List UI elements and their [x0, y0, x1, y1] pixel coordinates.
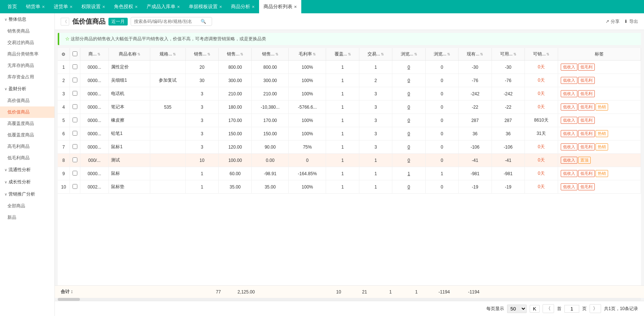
- row-select-checkbox[interactable]: [73, 144, 77, 149]
- th-coverage[interactable]: 覆盖... ⇅: [326, 48, 359, 61]
- row-select-checkbox[interactable]: [73, 104, 77, 109]
- sidebar-section-overall[interactable]: ∨ 整体信息: [0, 13, 54, 26]
- sidebar-section-marketing[interactable]: ∨ 营销推广分析: [0, 188, 54, 200]
- th-trade[interactable]: 交易... ⇅: [359, 48, 392, 61]
- close-icon[interactable]: ✕: [219, 5, 222, 9]
- sidebar-item-high-value[interactable]: 高价值商品: [0, 95, 54, 106]
- nav-home[interactable]: 首页: [3, 0, 21, 13]
- row-select-checkbox[interactable]: [73, 131, 77, 136]
- sidebar-item-all-goods[interactable]: 全部商品: [0, 200, 54, 212]
- row-checkbox[interactable]: [70, 127, 80, 140]
- nav-permissions[interactable]: 权限设置 ✕: [77, 0, 110, 13]
- page-input[interactable]: [564, 305, 579, 313]
- th-settings[interactable]: ⚙: [58, 48, 70, 61]
- view-link[interactable]: 0: [407, 131, 410, 136]
- nav-template[interactable]: 单据模板设置 ✕: [184, 0, 227, 13]
- sidebar-item-sales-goods[interactable]: 销售类商品: [0, 26, 54, 37]
- sidebar-item-high-margin[interactable]: 高毛利商品: [0, 141, 54, 152]
- row-checkbox[interactable]: [70, 114, 80, 127]
- row-col7[interactable]: 0: [392, 127, 425, 140]
- view-link[interactable]: 0: [407, 118, 410, 123]
- close-icon[interactable]: ✕: [42, 5, 45, 9]
- th-available-stock[interactable]: 可用... ⇅: [492, 48, 524, 61]
- share-button[interactable]: ↗ 分享: [606, 18, 620, 25]
- row-checkbox[interactable]: [70, 167, 80, 180]
- row-checkbox[interactable]: [70, 101, 80, 114]
- th-code[interactable]: 商... ⇅: [80, 48, 109, 61]
- row-select-checkbox[interactable]: [73, 184, 77, 189]
- th-view1[interactable]: 浏览... ⇅: [392, 48, 425, 61]
- close-icon[interactable]: ✕: [102, 5, 105, 9]
- prev-page-btn[interactable]: 〈: [543, 304, 554, 313]
- th-current-stock[interactable]: 现有... ⇅: [459, 48, 492, 61]
- view-link[interactable]: 0: [407, 91, 410, 96]
- th-tags[interactable]: 标签: [558, 48, 641, 61]
- close-icon[interactable]: ✕: [252, 5, 255, 9]
- row-col7[interactable]: 0: [392, 74, 425, 87]
- row-checkbox[interactable]: [70, 74, 80, 87]
- sidebar-item-low-value[interactable]: 低价值商品: [0, 106, 54, 118]
- row-checkbox[interactable]: [70, 87, 80, 101]
- th-name[interactable]: 商品名称 ⇅: [109, 48, 150, 61]
- close-icon[interactable]: ✕: [135, 5, 138, 9]
- row-select-checkbox[interactable]: [73, 78, 77, 82]
- th-sales2[interactable]: 销售... ⇅: [219, 48, 252, 61]
- nav-analysis[interactable]: 商品分析 ✕: [227, 0, 259, 13]
- sidebar-section-liquidity[interactable]: ∨ 流通性分析: [0, 164, 54, 176]
- sidebar-item-traded[interactable]: 交易过的商品: [0, 37, 54, 48]
- view-link[interactable]: 0: [407, 65, 410, 70]
- close-icon[interactable]: ✕: [177, 5, 180, 9]
- export-button[interactable]: ⬇ 导出: [624, 18, 638, 25]
- row-checkbox[interactable]: [70, 154, 80, 167]
- view-link[interactable]: 0: [407, 145, 410, 150]
- row-select-checkbox[interactable]: [73, 91, 77, 96]
- row-select-checkbox[interactable]: [73, 64, 77, 69]
- th-margin[interactable]: 毛利率 ⇅: [289, 48, 326, 61]
- row-checkbox[interactable]: [70, 180, 80, 194]
- row-select-checkbox[interactable]: [73, 171, 77, 176]
- row-col7[interactable]: 0: [392, 87, 425, 101]
- th-checkbox[interactable]: [70, 48, 80, 61]
- row-col7[interactable]: 0: [392, 101, 425, 114]
- row-col7[interactable]: 0: [392, 61, 425, 74]
- nav-purchase[interactable]: 进货单 ✕: [49, 0, 77, 13]
- scrollbar-thumb[interactable]: [58, 298, 80, 301]
- sidebar-item-category-rate[interactable]: 商品分类销售率: [0, 48, 54, 60]
- sidebar-item-low-margin[interactable]: 低毛利商品: [0, 152, 54, 164]
- row-col7[interactable]: 0: [392, 140, 425, 154]
- th-sales1[interactable]: 销售... ⇅: [185, 48, 218, 61]
- per-page-select[interactable]: 50 100 200: [507, 305, 527, 313]
- view-link[interactable]: 1: [407, 171, 410, 176]
- th-sellable-stock[interactable]: 可销... ⇅: [525, 48, 558, 61]
- view-link[interactable]: 0: [407, 78, 410, 83]
- sidebar-item-high-coverage[interactable]: 高覆盖度商品: [0, 118, 54, 129]
- row-checkbox[interactable]: [70, 61, 80, 74]
- sidebar-item-no-stock[interactable]: 无库存的商品: [0, 60, 54, 71]
- row-select-checkbox[interactable]: [73, 118, 77, 122]
- th-view2[interactable]: 浏览... ⇅: [425, 48, 458, 61]
- time-badge[interactable]: 近一月: [108, 18, 128, 26]
- search-icon[interactable]: 🔍: [201, 19, 206, 24]
- first-page-btn[interactable]: K: [530, 305, 540, 313]
- select-all-checkbox[interactable]: [73, 51, 77, 56]
- sidebar-section-profit[interactable]: ∨ 盈财分析: [0, 83, 54, 95]
- table-area[interactable]: ⚙ 商... ⇅ 商品名称 ⇅ 规格... ⇅ 销售... ⇅ 销售... ⇅ …: [58, 48, 641, 285]
- view-link[interactable]: 0: [407, 184, 410, 190]
- nav-analysis-list[interactable]: 商品分析列表 ✕: [259, 0, 301, 13]
- view-link[interactable]: 0: [407, 105, 410, 110]
- row-col7[interactable]: 0: [392, 154, 425, 167]
- th-spec[interactable]: 规格... ⇅: [150, 48, 185, 61]
- collapse-btn[interactable]: 《: [61, 18, 69, 26]
- sidebar-item-stock-funds[interactable]: 库存资金占用: [0, 71, 54, 83]
- row-col7[interactable]: 0: [392, 114, 425, 127]
- sidebar-item-new-goods[interactable]: 新品: [0, 212, 54, 223]
- row-select-checkbox[interactable]: [73, 157, 77, 162]
- close-icon[interactable]: ✕: [70, 5, 73, 9]
- th-sales3[interactable]: 销售... ⇅: [252, 48, 289, 61]
- search-input[interactable]: [134, 19, 201, 24]
- scrollbar[interactable]: [58, 298, 641, 301]
- next-page-btn[interactable]: 〉: [590, 304, 601, 313]
- sidebar-item-low-coverage[interactable]: 低覆盖度商品: [0, 129, 54, 141]
- row-checkbox[interactable]: [70, 140, 80, 154]
- row-col7[interactable]: 0: [392, 180, 425, 194]
